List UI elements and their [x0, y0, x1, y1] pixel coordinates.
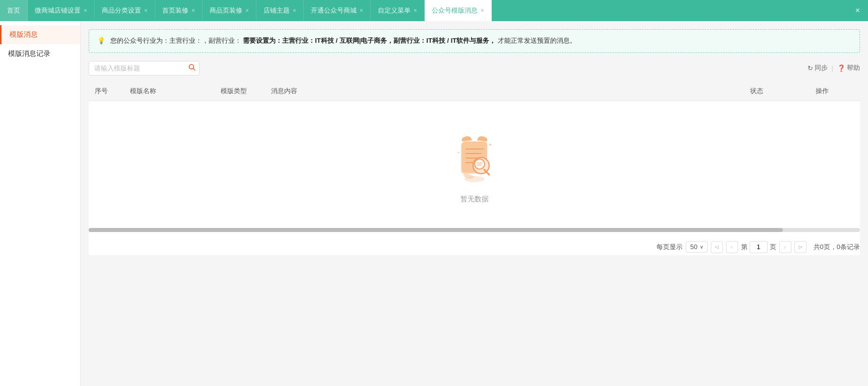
nav-tab-open-mall-label: 开通公众号商城 — [311, 6, 357, 15]
first-page-button[interactable]: ⊲ — [711, 241, 723, 253]
nav-tab-home-decoration-close[interactable]: × — [191, 7, 195, 14]
last-page-button[interactable]: ⊳ — [794, 241, 807, 253]
nav-tab-custom-menu[interactable]: 自定义菜单 × — [371, 0, 425, 21]
divider: | — [832, 64, 833, 72]
notice-prefix: 您的公众号行业为：主营行业：，副营行业： — [110, 37, 241, 44]
col-header-name: 模版名称 — [124, 82, 215, 101]
help-button[interactable]: ❓ 帮助 — [837, 63, 860, 72]
horizontal-scrollbar-track[interactable] — [89, 228, 860, 232]
nav-tab-open-mall[interactable]: 开通公众号商城 × — [304, 0, 371, 21]
nav-tab-home-label: 首页 — [7, 6, 20, 15]
notice-icon: 💡 — [97, 37, 105, 44]
svg-point-10 — [475, 159, 485, 169]
empty-state-row: ✦ ✦ 暂无数据 — [89, 101, 860, 224]
sidebar-item-template-msg-label: 模版消息 — [10, 30, 38, 38]
nav-tab-product-decoration-close[interactable]: × — [245, 7, 249, 14]
main-layout: 模版消息 模版消息记录 💡 您的公众号行业为：主营行业：，副营行业： 需要设置为… — [0, 21, 868, 386]
nav-tab-category-settings[interactable]: 商品分类设置 × — [95, 0, 155, 21]
nav-tab-product-decoration[interactable]: 商品页装修 × — [203, 0, 256, 21]
nav-tab-shop-theme-label: 店铺主题 — [263, 6, 290, 15]
sync-icon: ↻ — [808, 64, 813, 72]
data-table-container: 序号 模版名称 模版类型 消息内容 状态 — [89, 82, 860, 255]
empty-illustration: ✦ ✦ — [447, 131, 502, 187]
sidebar-item-template-msg-record[interactable]: 模版消息记录 — [0, 44, 80, 63]
help-label: 帮助 — [847, 63, 860, 72]
nav-tab-home[interactable]: 首页 — [0, 0, 28, 21]
nav-tab-category-settings-label: 商品分类设置 — [102, 6, 141, 15]
search-bar: ↻ 同步 | ❓ 帮助 — [89, 61, 860, 75]
sidebar: 模版消息 模版消息记录 — [0, 21, 81, 386]
nav-tab-template-message[interactable]: 公众号模版消息 × — [425, 0, 492, 21]
notice-suffix: 才能正常发送预置的消息。 — [498, 37, 576, 44]
nav-tab-product-decoration-label: 商品页装修 — [210, 6, 242, 15]
page-size-value: 50 — [690, 243, 697, 251]
sidebar-item-template-msg-record-label: 模版消息记录 — [8, 49, 50, 57]
nav-tab-shop-theme-close[interactable]: × — [293, 7, 296, 14]
nav-tab-custom-menu-label: 自定义菜单 — [378, 6, 411, 15]
close-all-button[interactable]: × — [847, 6, 868, 15]
nav-tab-category-close[interactable]: × — [144, 7, 148, 14]
col-header-index: 序号 — [89, 82, 124, 101]
page-size-label: 每页显示 — [656, 243, 683, 252]
col-header-action: 操作 — [810, 82, 860, 101]
horizontal-scrollbar-thumb[interactable] — [89, 228, 783, 232]
svg-text:✦: ✦ — [488, 142, 492, 147]
empty-text: 暂无数据 — [99, 195, 850, 204]
page-size-chevron-icon: ∨ — [700, 244, 703, 250]
nav-tab-shop-theme[interactable]: 店铺主题 × — [256, 0, 304, 21]
svg-text:✦: ✦ — [457, 150, 460, 155]
page-number-input[interactable] — [750, 241, 768, 253]
nav-tab-home-decoration-label: 首页装修 — [162, 6, 188, 15]
page-label-pre: 第 — [741, 243, 748, 252]
next-page-button[interactable]: › — [779, 241, 791, 253]
nav-tab-store-settings[interactable]: 微商城店铺设置 × — [28, 0, 95, 21]
top-nav: 首页 微商城店铺设置 × 商品分类设置 × 首页装修 × 商品页装修 × 店铺主… — [0, 0, 868, 21]
nav-tab-custom-menu-close[interactable]: × — [414, 7, 417, 14]
sync-label: 同步 — [815, 63, 828, 72]
pagination: 每页显示 50 ∨ ⊲ ‹ 第 页 › ⊳ 共0页，0条记录 — [89, 236, 860, 255]
nav-tab-template-message-close[interactable]: × — [481, 7, 484, 14]
nav-tab-open-mall-close[interactable]: × — [360, 7, 363, 14]
sync-button[interactable]: ↻ 同步 — [808, 63, 828, 72]
notice-box: 💡 您的公众号行业为：主营行业：，副营行业： 需要设置为：主营行业：IT科技 /… — [89, 29, 860, 53]
empty-state: ✦ ✦ 暂无数据 — [89, 101, 860, 224]
notice-highlight: 需要设置为：主营行业：IT科技 / 互联网|电子商务，副营行业：IT科技 / I… — [243, 37, 496, 44]
nav-tab-template-message-label: 公众号模版消息 — [432, 6, 478, 15]
table-header-row: 序号 模版名称 模版类型 消息内容 状态 — [89, 82, 860, 101]
svg-line-1 — [193, 68, 195, 70]
search-button[interactable] — [188, 64, 195, 72]
col-header-content: 消息内容 — [265, 82, 744, 101]
sidebar-item-template-msg[interactable]: 模版消息 — [0, 25, 80, 44]
col-header-type: 模版类型 — [215, 82, 265, 101]
nav-tab-store-settings-label: 微商城店铺设置 — [35, 6, 81, 15]
page-size-select[interactable]: 50 ∨ — [686, 241, 707, 253]
nav-tab-store-settings-close[interactable]: × — [84, 7, 87, 14]
data-table: 序号 模版名称 模版类型 消息内容 状态 — [89, 82, 860, 224]
page-input-wrap: 第 页 — [741, 241, 776, 253]
content-area: 💡 您的公众号行业为：主营行业：，副营行业： 需要设置为：主营行业：IT科技 /… — [81, 21, 868, 386]
search-input[interactable] — [89, 61, 199, 75]
col-header-status: 状态 — [744, 82, 810, 101]
search-right-actions: ↻ 同步 | ❓ 帮助 — [808, 63, 860, 72]
page-label-post: 页 — [770, 243, 776, 252]
search-input-wrap — [89, 61, 199, 75]
help-circle-icon: ❓ — [837, 64, 845, 72]
prev-page-button[interactable]: ‹ — [726, 241, 738, 253]
total-info: 共0页，0条记录 — [814, 243, 860, 252]
nav-tab-home-decoration[interactable]: 首页装修 × — [155, 0, 203, 21]
